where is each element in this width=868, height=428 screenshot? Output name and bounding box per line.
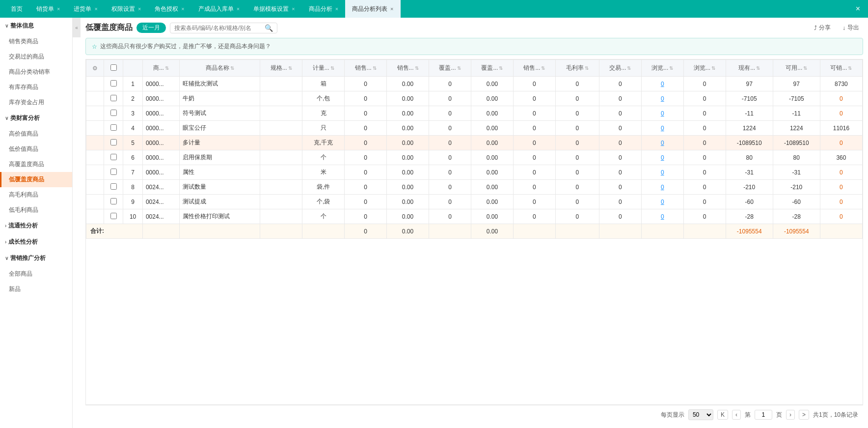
td-browse1-4[interactable]: 0 (641, 136, 683, 150)
th-sales2[interactable]: 销售...⇅ (513, 60, 555, 77)
close-role-auth-icon[interactable]: × (181, 6, 184, 12)
row-checkbox-5[interactable] (110, 154, 117, 160)
th-cover1[interactable]: 覆盖...⇅ (429, 60, 471, 77)
th-checkbox[interactable] (104, 60, 123, 77)
sidebar-section-marketing[interactable]: ∨ 营销推广分析 (0, 250, 72, 266)
sidebar-item-high-margin[interactable]: 高毛利商品 (0, 187, 72, 202)
th-sales-amt[interactable]: 销售...⇅ (387, 60, 429, 77)
td-browse1-3[interactable]: 0 (641, 121, 683, 136)
th-name[interactable]: 商品名称⇅ (179, 60, 260, 77)
th-current[interactable]: 现有...⇅ (726, 60, 773, 77)
td-current-0: 97 (726, 77, 773, 91)
sidebar-item-traded-goods[interactable]: 交易过的商品 (0, 49, 72, 64)
row-checkbox-4[interactable] (110, 139, 117, 145)
th-trade[interactable]: 交易...⇅ (599, 60, 641, 77)
close-sales-order-icon[interactable]: × (57, 6, 60, 12)
nav-goods-analysis[interactable]: 商品分析 × (302, 0, 345, 18)
first-page-button[interactable]: K (717, 410, 728, 420)
nav-sales-order[interactable]: 销货单 × (29, 0, 67, 18)
nav-permission[interactable]: 权限设置 × (105, 0, 148, 18)
row-checkbox-1[interactable] (110, 95, 117, 101)
row-checkbox-8[interactable] (110, 198, 117, 204)
close-permission-icon[interactable]: × (138, 6, 141, 12)
nav-template-settings[interactable]: 单据模板设置 × (246, 0, 301, 18)
td-checkbox-8[interactable] (104, 195, 123, 209)
settings-icon[interactable]: ⚙ (92, 65, 98, 72)
sidebar-item-all-goods[interactable]: 全部商品 (0, 266, 72, 282)
th-unit[interactable]: 计量...⇅ (302, 60, 345, 77)
td-browse1-7[interactable]: 0 (641, 180, 683, 195)
td-browse1-0[interactable]: 0 (641, 77, 683, 91)
th-sales-qty[interactable]: 销售...⇅ (345, 60, 387, 77)
td-browse1-1[interactable]: 0 (641, 91, 683, 106)
td-browse1-6[interactable]: 0 (641, 165, 683, 180)
per-page-select[interactable]: 50 100 200 (688, 409, 713, 420)
sidebar-item-high-coverage[interactable]: 高覆盖度商品 (0, 157, 72, 172)
close-purchase-order-icon[interactable]: × (94, 6, 97, 12)
sidebar-item-sales-goods[interactable]: 销售类商品 (0, 34, 72, 49)
nav-goods-analysis-list[interactable]: 商品分析列表 × (345, 0, 400, 18)
row-checkbox-7[interactable] (110, 183, 117, 190)
recent-filter-button[interactable]: 近一月 (136, 23, 166, 33)
row-checkbox-0[interactable] (110, 80, 117, 86)
td-checkbox-5[interactable] (104, 150, 123, 165)
sidebar-item-stocked-goods[interactable]: 有库存商品 (0, 80, 72, 95)
data-table-container[interactable]: ⚙ 商...⇅ 商品名称⇅ 规格...⇅ 计量...⇅ 销售...⇅ 销售...… (85, 59, 863, 405)
row-checkbox-2[interactable] (110, 110, 117, 116)
close-template-settings-icon[interactable]: × (292, 6, 295, 12)
th-gross[interactable]: 毛利率⇅ (555, 60, 599, 77)
nav-purchase-order[interactable]: 进货单 × (67, 0, 104, 18)
td-checkbox-2[interactable] (104, 106, 123, 121)
sidebar-item-category-rate[interactable]: 商品分类动销率 (0, 64, 72, 80)
th-cover2[interactable]: 覆盖...⇅ (471, 60, 513, 77)
sidebar-item-low-margin[interactable]: 低毛利商品 (0, 202, 72, 218)
sidebar-item-low-coverage[interactable]: 低覆盖度商品 (0, 172, 72, 187)
td-browse1-2[interactable]: 0 (641, 106, 683, 121)
th-spec[interactable]: 规格...⇅ (260, 60, 302, 77)
th-browse2[interactable]: 浏览...⇅ (683, 60, 726, 77)
td-browse1-8[interactable]: 0 (641, 195, 683, 209)
sidebar-section-wealth[interactable]: ∨ 类财富分析 (0, 110, 72, 126)
th-code[interactable]: 商...⇅ (142, 60, 179, 77)
th-sellable[interactable]: 可销...⇅ (820, 60, 862, 77)
export-button[interactable]: ↓ 导出 (839, 22, 863, 34)
sidebar-item-new-goods[interactable]: 新品 (0, 282, 72, 297)
sidebar-item-high-value[interactable]: 高价值商品 (0, 126, 72, 142)
sidebar-collapse-button[interactable]: « (73, 18, 81, 37)
th-browse1[interactable]: 浏览...⇅ (641, 60, 683, 77)
window-close-button[interactable]: × (852, 4, 864, 13)
nav-role-auth[interactable]: 角色授权 × (148, 0, 191, 18)
td-checkbox-9[interactable] (104, 209, 123, 224)
prev-page-button[interactable]: ‹ (732, 410, 741, 420)
close-goods-analysis-icon[interactable]: × (335, 6, 338, 12)
sidebar-item-low-value[interactable]: 低价值商品 (0, 142, 72, 157)
td-checkbox-1[interactable] (104, 91, 123, 106)
row-checkbox-6[interactable] (110, 169, 117, 175)
sidebar-section-growth[interactable]: › 成长性分析 (0, 234, 72, 250)
nav-product-inbound[interactable]: 产成品入库单 × (191, 0, 246, 18)
row-checkbox-9[interactable] (110, 213, 117, 219)
sidebar-section-circulation[interactable]: › 流通性分析 (0, 218, 72, 234)
last-page-button[interactable]: > (799, 410, 809, 420)
share-button[interactable]: ⤴ 分享 (810, 22, 835, 34)
sidebar-section-overview[interactable]: ∨ 整体信息 (0, 18, 72, 34)
search-icon[interactable]: 🔍 (265, 24, 273, 32)
row-checkbox-3[interactable] (110, 124, 117, 131)
next-page-button[interactable]: › (786, 410, 795, 420)
page-number-input[interactable] (755, 410, 772, 420)
close-product-inbound-icon[interactable]: × (237, 6, 240, 12)
td-checkbox-3[interactable] (104, 121, 123, 136)
search-input[interactable] (174, 25, 263, 31)
td-checkbox-0[interactable] (104, 77, 123, 91)
th-available[interactable]: 可用...⇅ (773, 60, 820, 77)
sidebar-item-inventory-capital[interactable]: 库存资金占用 (0, 95, 72, 110)
td-browse1-9[interactable]: 0 (641, 209, 683, 224)
close-goods-analysis-list-icon[interactable]: × (390, 6, 393, 12)
td-checkbox-4[interactable] (104, 136, 123, 150)
th-settings[interactable]: ⚙ (86, 60, 104, 77)
nav-home[interactable]: 首页 (4, 0, 29, 18)
select-all-checkbox[interactable] (110, 64, 117, 71)
td-checkbox-6[interactable] (104, 165, 123, 180)
td-checkbox-7[interactable] (104, 180, 123, 195)
td-browse1-5[interactable]: 0 (641, 150, 683, 165)
